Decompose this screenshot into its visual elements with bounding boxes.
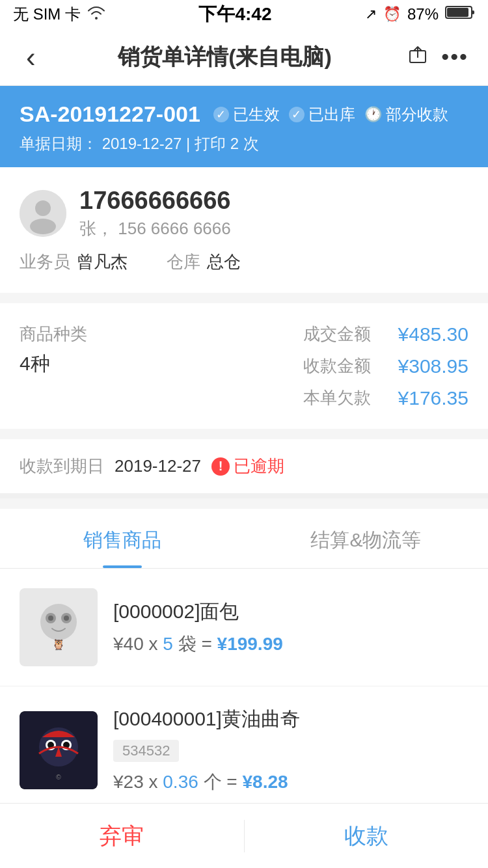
cancel-button[interactable]: 弃审 [0, 808, 244, 864]
customer-phone: 17666666666 [79, 187, 231, 215]
product-qty-1: 5 [163, 634, 173, 654]
due-section: 收款到期日 2019-12-27 ! 已逾期 [0, 439, 488, 498]
tabs-section: 销售商品 结算&物流等 [0, 509, 488, 569]
svg-rect-2 [472, 10, 474, 14]
svg-point-5 [35, 200, 51, 216]
product-info-2: [000400001]黄油曲奇 534532 ¥23 x 0.36 个 = ¥8… [113, 706, 468, 794]
deal-amount-row: 成交金额 ¥485.30 [293, 323, 468, 346]
svg-point-8 [40, 604, 77, 640]
received-amount-value: ¥308.95 [384, 355, 468, 377]
sales-detail: 业务员 曾凡杰 [20, 251, 128, 273]
product-sku-2: 534532 [113, 739, 468, 770]
svg-point-11 [48, 616, 53, 621]
product-image-2: © [20, 711, 98, 789]
tab-settlement[interactable]: 结算&物流等 [244, 509, 488, 568]
status-bar-right: ↗ ⏰ 87% [365, 5, 475, 24]
order-id: SA-20191227-001 [20, 102, 200, 127]
product-price-row-2: ¥23 x 0.36 个 = ¥8.28 [113, 770, 468, 794]
deal-amount-label: 成交金额 [293, 323, 371, 346]
svg-text:🦉: 🦉 [52, 638, 65, 651]
status-badges: ✓ 已生效 ✓ 已出库 🕐 部分收款 [213, 104, 448, 125]
product-list: 🦉 [0000002]面包 ¥40 x 5 袋 = ¥199.99 [0, 569, 488, 815]
category-count: 4种 [20, 351, 87, 377]
check-icon-1: ✓ [213, 107, 229, 122]
svg-point-12 [64, 616, 69, 621]
svg-rect-1 [447, 8, 468, 17]
due-date-value: 2019-12-27 [115, 456, 201, 476]
category-label: 商品种类 [20, 323, 87, 346]
summary-right: 成交金额 ¥485.30 收款金额 ¥308.95 本单欠款 ¥176.35 [293, 323, 468, 409]
order-meta: 单据日期： 2019-12-27 | 打印 2 次 [20, 133, 468, 154]
debt-amount-label: 本单欠款 [293, 387, 371, 409]
bottom-actions: 弃审 收款 [0, 803, 488, 868]
status-badge-shipped: ✓ 已出库 [289, 104, 355, 125]
customer-name-sub: 张， 156 6666 6666 [79, 217, 231, 240]
product-total-1: ¥199.99 [217, 634, 283, 654]
status-badge-partial: 🕐 部分收款 [364, 104, 448, 125]
more-icon[interactable]: ••• [441, 44, 468, 70]
product-name-2: [000400001]黄油曲奇 [113, 706, 468, 733]
sales-label: 业务员 [20, 251, 70, 273]
debt-amount-value: ¥176.35 [384, 387, 468, 409]
deal-amount-value: ¥485.30 [384, 323, 468, 346]
received-amount-row: 收款金额 ¥308.95 [293, 355, 468, 377]
battery-icon [445, 5, 475, 24]
due-label: 收款到期日 [20, 455, 104, 478]
alarm-icon: ⏰ [383, 6, 401, 23]
status-bar: 无 SIM 卡 下午4:42 ↗ ⏰ 87% [0, 0, 488, 29]
status-bar-time: 下午4:42 [198, 2, 271, 27]
overdue-text: 已逾期 [234, 455, 284, 478]
product-total-2: ¥8.28 [242, 772, 288, 792]
nav-bar: ‹ 销货单详情(来自电脑) ••• [0, 29, 488, 86]
warehouse-name: 总仓 [207, 251, 241, 273]
sales-name: 曾凡杰 [77, 251, 128, 273]
warehouse-label: 仓库 [167, 251, 200, 273]
check-icon-2: ✓ [289, 107, 305, 122]
location-icon: ↗ [365, 6, 377, 23]
product-qty-2: 0.36 [163, 772, 198, 792]
summary-left: 商品种类 4种 [20, 323, 87, 377]
wifi-icon [87, 5, 105, 23]
summary-section: 商品种类 4种 成交金额 ¥485.30 收款金额 ¥308.95 本单欠款 ¥… [0, 303, 488, 429]
battery-label: 87% [407, 5, 439, 23]
status-bar-left: 无 SIM 卡 [13, 4, 105, 25]
product-price-row-1: ¥40 x 5 袋 = ¥199.99 [113, 632, 468, 657]
share-icon[interactable] [407, 44, 428, 70]
product-item: 🦉 [0000002]面包 ¥40 x 5 袋 = ¥199.99 [0, 569, 488, 686]
debt-amount-row: 本单欠款 ¥176.35 [293, 387, 468, 409]
customer-row: 17666666666 张， 156 6666 6666 [20, 187, 468, 240]
customer-section: 17666666666 张， 156 6666 6666 业务员 曾凡杰 仓库 … [0, 167, 488, 293]
carrier-label: 无 SIM 卡 [13, 4, 81, 25]
tab-sales-products[interactable]: 销售商品 [0, 509, 244, 568]
product-item-2: © [000400001]黄油曲奇 534532 ¥23 x 0.36 个 = … [0, 686, 488, 815]
product-thumb-2: © [20, 711, 98, 789]
status-badge-effective: ✓ 已生效 [213, 104, 280, 125]
product-name-1: [0000002]面包 [113, 599, 468, 625]
clock-icon: 🕐 [364, 106, 382, 123]
header-banner: SA-20191227-001 ✓ 已生效 ✓ 已出库 🕐 部分收款 单据日期：… [0, 86, 488, 167]
customer-details: 业务员 曾凡杰 仓库 总仓 [20, 251, 468, 273]
product-thumb-1: 🦉 [20, 588, 98, 666]
back-button[interactable]: ‹ [20, 34, 42, 80]
received-amount-label: 收款金额 [293, 355, 371, 377]
product-info-1: [0000002]面包 ¥40 x 5 袋 = ¥199.99 [113, 599, 468, 657]
order-header-top: SA-20191227-001 ✓ 已生效 ✓ 已出库 🕐 部分收款 [20, 102, 468, 127]
page-title: 销货单详情(来自电脑) [118, 42, 332, 72]
svg-point-6 [30, 219, 56, 234]
confirm-button[interactable]: 收款 [245, 808, 489, 864]
overdue-badge: ! 已逾期 [211, 455, 284, 478]
avatar [20, 190, 66, 237]
warehouse-detail: 仓库 总仓 [167, 251, 241, 273]
overdue-icon: ! [211, 457, 230, 476]
customer-info: 17666666666 张， 156 6666 6666 [79, 187, 231, 240]
nav-actions: ••• [407, 44, 468, 70]
svg-text:©: © [56, 774, 61, 781]
